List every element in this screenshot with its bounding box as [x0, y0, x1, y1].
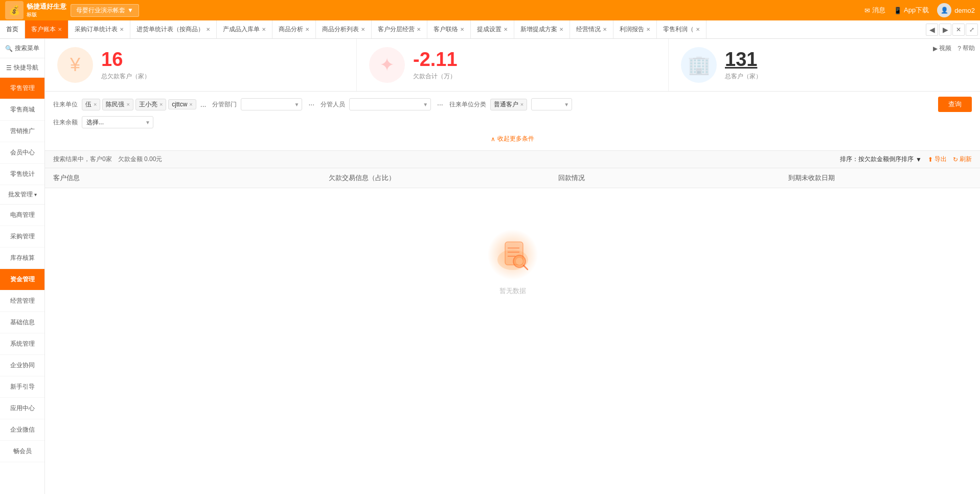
person-select-wrap [349, 98, 431, 110]
sidebar-item-new-guide[interactable]: 新手引导 [0, 376, 44, 398]
category-tags: 普通客户 × [490, 99, 527, 110]
dept-select[interactable] [241, 98, 302, 110]
filter-row-1: 往来单位 伍 × 陈民强 × 王小亮 × cjttcw [53, 97, 972, 112]
stat-actions: ▶ 视频 ? 帮助 [933, 44, 975, 53]
sidebar-item-vip[interactable]: 畅会员 [0, 441, 44, 462]
app-download-btn[interactable]: 📱 App下载 [894, 6, 929, 15]
empty-state: 暂无数据 [45, 188, 980, 336]
content-area: ¥ 16 总欠款客户（家） ✦ -2.11 欠款合计（万） [45, 39, 980, 494]
sort-button[interactable]: 排序：按欠款金额倒序排序 ▼ [840, 155, 922, 164]
tab-ops-situation[interactable]: 经营情况 ✕ [570, 20, 613, 39]
sidebar-item-wechat-work[interactable]: 企业微信 [0, 419, 44, 441]
close-tab-retail-profit[interactable]: ✕ [696, 27, 700, 32]
balance-select[interactable]: 选择... [82, 116, 153, 128]
close-tab-purchase-order[interactable]: ✕ [120, 27, 124, 32]
sidebar-quick-nav[interactable]: ☰ 快捷导航 [0, 58, 44, 78]
tab-product-analysis-list[interactable]: 商品分析列表 ✕ [316, 20, 372, 39]
main-layout: 🔍 搜索菜单 ☰ 快捷导航 零售管理 零售商城 营销推广 会员中心 零售统计 批… [0, 39, 980, 494]
sidebar-item-retail-mgmt[interactable]: 零售管理 [0, 78, 44, 99]
close-tab-customer-contact[interactable]: ✕ [460, 27, 464, 32]
tab-inbound-stats[interactable]: 进货单统计表（按商品） ✕ [130, 20, 217, 39]
sidebar-item-app-center[interactable]: 应用中心 [0, 398, 44, 419]
category-select[interactable] [531, 98, 572, 110]
logo-area: 💰 畅捷通好生意 标版 [5, 1, 66, 19]
remove-unit-tag-3[interactable]: × [159, 101, 163, 107]
tab-expand[interactable]: ⤢ [966, 24, 978, 36]
search-button[interactable]: 查询 [938, 97, 972, 112]
more-unit-tags[interactable]: ... [198, 99, 209, 109]
close-tab-ops-situation[interactable]: ✕ [603, 27, 607, 32]
empty-label: 暂无数据 [499, 286, 526, 296]
table-header: 客户信息 欠款交易信息（占比） 回款情况 到期未收款日期 [45, 168, 980, 188]
sidebar-item-retail-mall[interactable]: 零售商城 [0, 99, 44, 121]
account-dropdown[interactable]: 母婴行业演示帐套 ▼ [71, 4, 139, 17]
close-tab-customer-tier[interactable]: ✕ [417, 27, 421, 32]
help-btn[interactable]: ? 帮助 [958, 44, 975, 53]
col-header-debt: 欠款交易信息（占比） [329, 173, 558, 183]
message-btn[interactable]: ✉ 消息 [864, 6, 885, 15]
tab-customer-tier[interactable]: 客户分层经营 ✕ [372, 20, 427, 39]
sidebar-item-basic-info[interactable]: 基础信息 [0, 312, 44, 333]
close-tab-customer[interactable]: ✕ [58, 27, 62, 32]
unit-tag-1[interactable]: 伍 × [82, 99, 100, 110]
results-summary: 搜索结果中，客户0家 欠款金额 0.00元 [53, 155, 162, 164]
person-more[interactable]: ··· [435, 99, 445, 109]
sidebar-item-membership[interactable]: 会员中心 [0, 142, 44, 164]
remove-unit-tag-1[interactable]: × [94, 101, 97, 107]
sidebar-item-sys-mgmt[interactable]: 系统管理 [0, 333, 44, 355]
tab-home[interactable]: 首页 [0, 20, 25, 39]
close-tab-promote-settings[interactable]: ✕ [504, 27, 508, 32]
sidebar-item-inventory[interactable]: 库存核算 [0, 248, 44, 269]
tab-new-promote[interactable]: 新增提成方案 ✕ [514, 20, 570, 39]
sidebar-item-marketing[interactable]: 营销推广 [0, 121, 44, 142]
sidebar-item-finance[interactable]: 资金管理 [0, 269, 44, 290]
tab-profit-report[interactable]: 利润报告 ✕ [613, 20, 657, 39]
close-tab-inbound-stats[interactable]: ✕ [206, 27, 210, 32]
tab-nav-controls: ◀ ▶ ✕ ⤢ [926, 24, 980, 36]
unit-tag-4[interactable]: cjttcw × [168, 99, 196, 109]
tab-close-all[interactable]: ✕ [952, 24, 965, 36]
unit-tag-2[interactable]: 陈民强 × [102, 99, 133, 110]
category-tag-1[interactable]: 普通客户 × [490, 99, 527, 110]
chevron-down-icon: ▾ [34, 192, 37, 197]
tab-product-inbound[interactable]: 产成品入库单 ✕ [217, 20, 272, 39]
close-tab-product-analysis[interactable]: ✕ [305, 27, 309, 32]
export-button[interactable]: ⬆ 导出 [928, 155, 947, 164]
col-header-date: 到期未收款日期 [788, 173, 972, 183]
sidebar-item-enterprise[interactable]: 企业协同 [0, 355, 44, 376]
collapse-filters-btn[interactable]: ∧ 收起更多条件 [53, 132, 972, 145]
refresh-button[interactable]: ↻ 刷新 [953, 155, 972, 164]
tab-promote-settings[interactable]: 提成设置 ✕ [471, 20, 514, 39]
close-tab-new-promote[interactable]: ✕ [559, 27, 563, 32]
user-area[interactable]: 👤 demo2 [937, 3, 975, 17]
tab-customer[interactable]: 客户账本 ✕ [25, 20, 69, 39]
unit-tag-3[interactable]: 王小亮 × [135, 99, 166, 110]
tab-scroll-right[interactable]: ▶ [939, 24, 951, 36]
logo-icon: 💰 [5, 1, 24, 19]
sidebar-item-ecommerce[interactable]: 电商管理 [0, 205, 44, 226]
tab-product-analysis[interactable]: 商品分析 ✕ [272, 20, 316, 39]
close-tab-product-analysis-list[interactable]: ✕ [361, 27, 365, 32]
stat3-bg-icon: 🏢 [681, 47, 717, 83]
filter-area: 往来单位 伍 × 陈民强 × 王小亮 × cjttcw [45, 92, 980, 151]
close-tab-product-inbound[interactable]: ✕ [262, 27, 266, 32]
tab-scroll-left[interactable]: ◀ [926, 24, 938, 36]
search-icon: 🔍 [5, 45, 13, 52]
sidebar-item-retail-stats[interactable]: 零售统计 [0, 164, 44, 185]
tab-retail-profit[interactable]: 零售利润（ ✕ [657, 20, 706, 39]
remove-category-tag-1[interactable]: × [520, 101, 523, 107]
tab-customer-contact[interactable]: 客户联络 ✕ [427, 20, 471, 39]
sidebar-search[interactable]: 🔍 搜索菜单 [0, 39, 44, 58]
close-tab-profit-report[interactable]: ✕ [646, 27, 650, 32]
remove-unit-tag-2[interactable]: × [126, 101, 129, 107]
sidebar-item-purchase-mgmt[interactable]: 采购管理 [0, 226, 44, 248]
phone-icon: 📱 [894, 7, 902, 14]
person-select[interactable] [349, 98, 431, 110]
sidebar-item-ops-mgmt[interactable]: 经营管理 [0, 290, 44, 312]
tab-purchase-order[interactable]: 采购订单统计表 ✕ [69, 20, 130, 39]
sidebar-item-wholesale-mgmt[interactable]: 批发管理 ▾ [0, 185, 44, 205]
dept-more[interactable]: ··· [306, 99, 316, 109]
remove-unit-tag-4[interactable]: × [189, 101, 192, 107]
debt-amount: 欠款金额 0.00元 [118, 155, 163, 164]
video-btn[interactable]: ▶ 视频 [933, 44, 951, 53]
